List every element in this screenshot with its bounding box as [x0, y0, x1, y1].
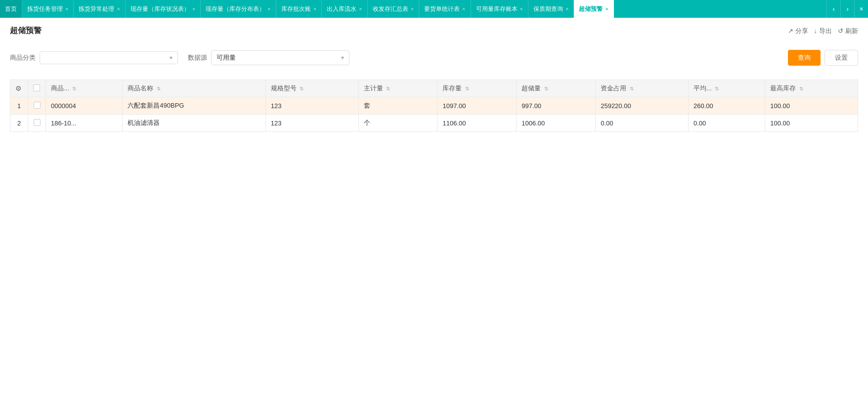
sort-icon[interactable]: ⇅ [630, 86, 634, 91]
nav-shelf-life[interactable]: 保质期查询 × [528, 0, 574, 18]
row-spec: 123 [265, 115, 358, 132]
nav-home-label: 首页 [5, 5, 17, 13]
sort-icon[interactable]: ⇅ [157, 86, 161, 91]
close-icon[interactable]: × [520, 6, 523, 12]
nav-order-stats[interactable]: 要货单统计表 × [419, 0, 471, 18]
nav-inout-flow[interactable]: 出入库流水 × [322, 0, 367, 18]
row-checkbox-cell [28, 115, 46, 132]
nav-picking-task[interactable]: 拣货任务管理 × [22, 0, 74, 18]
row-commodity-name: 机油滤清器 [123, 115, 266, 132]
export-button[interactable]: ↓ 导出 [814, 27, 832, 36]
nav-stock-dist[interactable]: 现存量（库存分布表） × [201, 0, 276, 18]
row-checkbox[interactable] [34, 102, 41, 109]
th-avg: 平均... ⇅ [688, 80, 765, 97]
th-commodity-name: 商品名称 ⇅ [123, 80, 266, 97]
nav-close-arrow[interactable]: × [854, 0, 868, 18]
gear-icon[interactable]: ⚙ [15, 84, 22, 92]
th-overstock: 超储量 ⇅ [517, 80, 596, 97]
nav-label: 可用量库存账本 [476, 5, 518, 13]
commodity-filter-group: 商品分类 ▾ [10, 51, 178, 64]
nav-prev-arrow[interactable]: ‹ [826, 0, 840, 18]
refresh-label: 刷新 [845, 27, 858, 36]
nav-available-stock[interactable]: 可用量库存账本 × [471, 0, 528, 18]
sort-icon[interactable]: ⇅ [300, 86, 304, 91]
close-icon[interactable]: × [313, 6, 316, 12]
query-button[interactable]: 查询 [788, 50, 821, 66]
datasource-filter-group: 数据源 可用量 ▾ [188, 50, 349, 65]
close-icon[interactable]: × [462, 6, 465, 12]
row-settings-cell: 1 [10, 97, 28, 115]
share-label: 分享 [795, 27, 808, 36]
nav-label: 超储预警 [579, 5, 603, 13]
close-icon[interactable]: × [117, 6, 120, 12]
nav-receive-summary[interactable]: 收发存汇总表 × [368, 0, 419, 18]
sort-icon[interactable]: ⇅ [386, 86, 390, 91]
nav-label: 拣货任务管理 [27, 5, 63, 13]
page-header: 超储预警 ↗ 分享 ↓ 导出 ↺ 刷新 [10, 26, 858, 36]
close-icon[interactable]: × [565, 6, 568, 12]
nav-label: 现存量（库存状况表） [130, 5, 190, 13]
datasource-select[interactable]: 可用量 ▾ [211, 50, 349, 65]
close-icon[interactable]: × [65, 6, 68, 12]
row-stock: 1106.00 [437, 115, 517, 132]
close-icon[interactable]: × [605, 6, 608, 12]
table-header-row: ⚙ 商品... ⇅ 商品名称 ⇅ 规格型号 ⇅ 主计量 [10, 80, 858, 97]
nav-bar: 首页 拣货任务管理 × 拣货异常处理 × 现存量（库存状况表） × 现存量（库存… [0, 0, 868, 18]
close-icon[interactable]: × [267, 6, 270, 12]
row-max-stock: 100.00 [765, 115, 858, 132]
nav-label: 出入库流水 [327, 5, 356, 13]
nav-label: 收发存汇总表 [373, 5, 408, 13]
row-unit: 个 [358, 115, 437, 132]
chevron-down-icon: ▾ [170, 54, 173, 61]
th-commodity-code: 商品... ⇅ [46, 80, 123, 97]
nav-label: 库存批次账 [281, 5, 311, 13]
sort-icon[interactable]: ⇅ [715, 86, 719, 91]
filter-bar: 商品分类 ▾ 数据源 可用量 ▾ 查询 设置 [10, 44, 858, 72]
datasource-label: 数据源 [188, 53, 207, 62]
commodity-select[interactable]: ▾ [40, 51, 178, 64]
sort-icon[interactable]: ⇅ [799, 86, 803, 91]
sort-icon[interactable]: ⇅ [72, 86, 76, 91]
commodity-label: 商品分类 [10, 53, 36, 62]
row-commodity-code: 0000004 [46, 97, 123, 115]
th-checkbox [28, 80, 46, 97]
row-unit: 套 [358, 97, 437, 115]
nav-home[interactable]: 首页 [0, 0, 22, 18]
nav-arrows: ‹ › × [826, 0, 868, 18]
row-commodity-code: 186-10... [46, 115, 123, 132]
header-actions: ↗ 分享 ↓ 导出 ↺ 刷新 [788, 27, 859, 36]
close-icon[interactable]: × [411, 6, 414, 12]
row-commodity-name: 六配套新昌490BPG [123, 97, 266, 115]
th-unit: 主计量 ⇅ [358, 80, 437, 97]
refresh-button[interactable]: ↺ 刷新 [838, 27, 858, 36]
close-icon[interactable]: × [359, 6, 362, 12]
nav-picking-exception[interactable]: 拣货异常处理 × [74, 0, 125, 18]
row-stock: 1097.00 [437, 97, 517, 115]
select-all-checkbox[interactable] [33, 84, 40, 91]
row-overstock: 1006.00 [517, 115, 596, 132]
sort-icon[interactable]: ⇅ [465, 86, 469, 91]
th-max-stock: 最高库存 ⇅ [765, 80, 858, 97]
nav-overstock-warning[interactable]: 超储预警 × [574, 0, 613, 18]
row-avg: 260.00 [688, 97, 765, 115]
nav-stock-status[interactable]: 现存量（库存状况表） × [126, 0, 201, 18]
settings-button[interactable]: 设置 [825, 50, 858, 66]
row-checkbox[interactable] [34, 119, 41, 126]
close-icon[interactable]: × [192, 6, 195, 12]
row-avg: 0.00 [688, 115, 765, 132]
nav-next-arrow[interactable]: › [840, 0, 854, 18]
table-row: 2 186-10... 机油滤清器 123 个 1106.00 1006.00 … [10, 115, 858, 132]
row-capital: 259220.00 [596, 97, 689, 115]
main-content: 超储预警 ↗ 分享 ↓ 导出 ↺ 刷新 商品分类 ▾ 数据源 [0, 18, 868, 395]
th-capital: 资金占用 ⇅ [596, 80, 689, 97]
datasource-select-value: 可用量 [217, 53, 236, 62]
sort-icon[interactable]: ⇅ [544, 86, 548, 91]
nav-batch-account[interactable]: 库存批次账 × [276, 0, 322, 18]
export-icon: ↓ [814, 27, 818, 35]
row-settings-cell: 2 [10, 115, 28, 132]
th-settings: ⚙ [10, 80, 28, 97]
th-stock: 库存量 ⇅ [437, 80, 517, 97]
share-button[interactable]: ↗ 分享 [788, 27, 808, 36]
data-table: ⚙ 商品... ⇅ 商品名称 ⇅ 规格型号 ⇅ 主计量 [10, 79, 858, 132]
row-spec: 123 [265, 97, 358, 115]
